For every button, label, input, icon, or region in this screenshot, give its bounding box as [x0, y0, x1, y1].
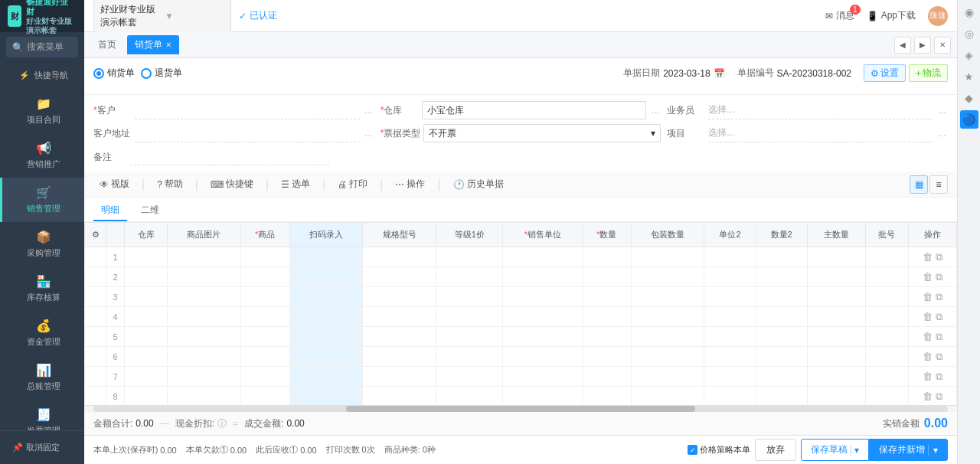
- info-icon[interactable]: ⓘ: [217, 417, 227, 430]
- ops-button[interactable]: ⋯ 操作: [389, 175, 431, 193]
- shortcut-button[interactable]: ⌨ 快捷键: [204, 175, 260, 193]
- row-price1-5[interactable]: [436, 327, 503, 347]
- sidebar-footer-cancel-fix[interactable]: 📌 取消固定: [6, 437, 78, 458]
- row-delete-icon-4[interactable]: 🗑: [923, 311, 933, 322]
- select-button[interactable]: ☰ 选单: [275, 175, 316, 193]
- row-sales-unit-1[interactable]: [503, 247, 583, 267]
- row-batch-4[interactable]: [865, 307, 908, 327]
- row-main-qty-1[interactable]: [807, 247, 865, 267]
- row-qty2-5[interactable]: [756, 327, 807, 347]
- row-price1-2[interactable]: [436, 267, 503, 287]
- row-pack-qty-8[interactable]: [631, 387, 704, 406]
- row-delete-icon-2[interactable]: 🗑: [923, 271, 933, 283]
- row-copy-icon-5[interactable]: ⧉: [936, 331, 942, 343]
- right-panel-icon-6[interactable]: 🔵: [960, 110, 978, 129]
- row-sales-unit-2[interactable]: [503, 267, 583, 287]
- app-download-action[interactable]: 📱 App下载: [867, 9, 916, 22]
- sidebar-item-accounting[interactable]: 📊 总账管理: [0, 355, 84, 400]
- note-input[interactable]: [130, 149, 329, 165]
- row-sales-unit-4[interactable]: [503, 307, 583, 327]
- row-unit2-3[interactable]: [704, 287, 756, 307]
- row-copy-icon-4[interactable]: ⧉: [936, 311, 942, 323]
- customer-input[interactable]: [135, 101, 360, 119]
- row-batch-import-5[interactable]: [289, 327, 363, 347]
- view-button[interactable]: 👁 视版: [93, 175, 136, 193]
- row-price1-4[interactable]: [436, 307, 503, 327]
- row-qty2-1[interactable]: [756, 247, 807, 267]
- row-qty-1[interactable]: [582, 247, 631, 267]
- row-qty-2[interactable]: [582, 267, 631, 287]
- th-gear[interactable]: ⚙: [85, 223, 106, 247]
- row-batch-6[interactable]: [865, 347, 908, 367]
- row-product-3[interactable]: [240, 287, 289, 307]
- row-delete-icon-1[interactable]: 🗑: [923, 251, 933, 263]
- project-select-icon[interactable]: …: [936, 129, 948, 138]
- warehouse-select-icon[interactable]: …: [649, 106, 661, 115]
- row-warehouse-1[interactable]: [125, 247, 168, 267]
- row-product-img-1[interactable]: [168, 247, 241, 267]
- sidebar-item-quicknav[interactable]: ⚡ 快捷导航: [0, 62, 84, 89]
- tab-sales-order[interactable]: 销货单 ✕: [127, 35, 179, 54]
- row-sales-unit-6[interactable]: [503, 347, 583, 367]
- price-policy-checkbox[interactable]: ✓ 价格策略本单: [688, 444, 750, 456]
- sidebar-item-purchase[interactable]: 📦 采购管理: [0, 222, 84, 266]
- row-copy-icon-8[interactable]: ⧉: [936, 390, 942, 403]
- row-product-1[interactable]: [240, 247, 289, 267]
- row-pack-qty-5[interactable]: [631, 327, 704, 347]
- row-main-qty-7[interactable]: [807, 367, 865, 387]
- row-batch-import-8[interactable]: [289, 387, 363, 406]
- row-warehouse-7[interactable]: [125, 367, 168, 387]
- row-delete-icon-8[interactable]: 🗑: [923, 390, 933, 402]
- row-copy-icon-1[interactable]: ⧉: [936, 251, 942, 263]
- tab-2d[interactable]: 二维: [133, 201, 167, 221]
- scrollbar-thumb[interactable]: [346, 406, 695, 412]
- row-batch-import-1[interactable]: [289, 247, 363, 267]
- right-panel-icon-3[interactable]: ◈: [960, 46, 978, 64]
- logistics-button[interactable]: + 物流: [909, 64, 948, 82]
- row-copy-icon-6[interactable]: ⧉: [936, 351, 942, 363]
- row-sales-unit-7[interactable]: [503, 367, 583, 387]
- invoice-type-select[interactable]: 不开票 ▾: [423, 124, 661, 142]
- row-warehouse-2[interactable]: [125, 267, 168, 287]
- row-batch-2[interactable]: [865, 267, 908, 287]
- row-pack-qty-7[interactable]: [631, 367, 704, 387]
- row-copy-icon-2[interactable]: ⧉: [936, 271, 942, 283]
- row-main-qty-6[interactable]: [807, 347, 865, 367]
- row-product-6[interactable]: [240, 347, 289, 367]
- row-product-img-5[interactable]: [168, 327, 241, 347]
- right-panel-icon-5[interactable]: ◆: [960, 89, 978, 107]
- company-selector[interactable]: 好业财专业版演示帐套 ▼: [93, 0, 231, 33]
- row-spec-5[interactable]: [363, 327, 436, 347]
- row-batch-import-4[interactable]: [289, 307, 363, 327]
- row-qty-5[interactable]: [582, 327, 631, 347]
- row-pack-qty-1[interactable]: [631, 247, 704, 267]
- row-product-img-4[interactable]: [168, 307, 241, 327]
- row-pack-qty-3[interactable]: [631, 287, 704, 307]
- customer-select-icon[interactable]: …: [363, 106, 374, 115]
- row-delete-icon-6[interactable]: 🗑: [923, 351, 933, 362]
- row-warehouse-6[interactable]: [125, 347, 168, 367]
- row-pack-qty-4[interactable]: [631, 307, 704, 327]
- row-unit2-1[interactable]: [704, 247, 756, 267]
- row-batch-8[interactable]: [865, 387, 908, 406]
- th-batch-import[interactable]: 扫码录入: [289, 223, 363, 247]
- row-batch-import-3[interactable]: [289, 287, 363, 307]
- help-button[interactable]: ? 帮助: [151, 175, 189, 193]
- view-toggle-list[interactable]: ≡: [929, 175, 948, 194]
- row-qty-8[interactable]: [582, 387, 631, 406]
- row-qty2-6[interactable]: [756, 347, 807, 367]
- row-sales-unit-8[interactable]: [503, 387, 583, 406]
- salesperson-select-icon[interactable]: …: [936, 106, 948, 115]
- row-batch-import-2[interactable]: [289, 267, 363, 287]
- sidebar-item-inventory[interactable]: 🏪 库存核算: [0, 266, 84, 311]
- row-copy-icon-3[interactable]: ⧉: [936, 291, 942, 303]
- tab-next-button[interactable]: ▶: [914, 37, 931, 54]
- row-price1-6[interactable]: [436, 347, 503, 367]
- row-spec-3[interactable]: [363, 287, 436, 307]
- row-spec-6[interactable]: [363, 347, 436, 367]
- row-unit2-7[interactable]: [704, 367, 756, 387]
- row-main-qty-3[interactable]: [807, 287, 865, 307]
- row-unit2-8[interactable]: [704, 387, 756, 406]
- print-button[interactable]: 🖨 打印: [332, 175, 374, 193]
- search-menu-button[interactable]: 🔍 搜索菜单: [6, 37, 78, 57]
